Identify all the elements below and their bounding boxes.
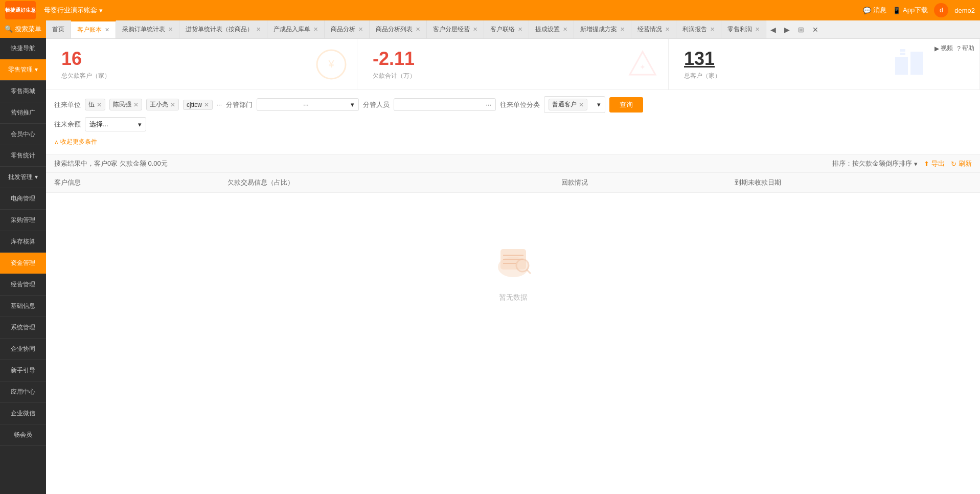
user-avatar[interactable]: d (934, 3, 948, 17)
tab-inbound-close[interactable]: ✕ (256, 26, 261, 33)
tab-new-commission[interactable]: 新增提成方案 ✕ (574, 20, 631, 39)
filter-more-tags[interactable]: ··· (217, 101, 222, 108)
tab-operations-close[interactable]: ✕ (665, 26, 670, 33)
top-bar-right: 💬 消息 📱 App下载 d demo2 (863, 3, 975, 17)
tab-product-analysis[interactable]: 商品分析 ✕ (325, 20, 370, 39)
sidebar: 🔍 搜索菜单 快捷导航 零售管理 ▾ 零售商城 营销推广 会员中心 零售统计 (0, 20, 46, 494)
sidebar-item-wholesale[interactable]: 批发管理 ▾ (0, 167, 46, 188)
filter-tag-cjttcw-close[interactable]: ✕ (204, 101, 209, 108)
stat-debtors-text: 16 总欠款客户（家） (61, 48, 110, 80)
refresh-label: 刷新 (959, 159, 972, 168)
query-button[interactable]: 查询 (609, 97, 643, 113)
sidebar-item-collab[interactable]: 企业协同 (0, 339, 46, 360)
sidebar-search[interactable]: 🔍 搜索菜单 (0, 20, 46, 38)
sidebar-item-ecommerce[interactable]: 电商管理 (0, 188, 46, 210)
tab-customer-contact-close[interactable]: ✕ (518, 26, 522, 33)
filter-remainder-value: 选择... (89, 120, 108, 129)
sidebar-item-finance[interactable]: 资金管理 (0, 253, 46, 274)
sidebar-item-purchase[interactable]: 采购管理 (0, 210, 46, 231)
sort-selector[interactable]: 排序：按欠款金额倒序排序 ▾ (832, 159, 918, 168)
tab-customer-tier[interactable]: 客户分层经营 ✕ (427, 20, 484, 39)
sidebar-item-vip[interactable]: 畅会员 (0, 424, 46, 446)
filter-person-select[interactable]: ··· (394, 98, 496, 111)
svg-rect-9 (903, 53, 905, 55)
sidebar-item-quicknav[interactable]: 快捷导航 (0, 38, 46, 59)
sidebar-collab-label: 企业协同 (11, 345, 35, 352)
filter-tag-chen-close[interactable]: ✕ (133, 101, 139, 108)
sidebar-item-basic[interactable]: 基础信息 (0, 296, 46, 317)
tab-profit-report-close[interactable]: ✕ (710, 26, 715, 33)
tab-retail-profit[interactable]: 零售利润 ✕ (721, 20, 766, 39)
sidebar-item-wechat[interactable]: 企业微信 (0, 403, 46, 424)
sidebar-quicknav-label: 快捷导航 (11, 44, 35, 52)
filter-area: 往来单位 伍 ✕ 陈民强 ✕ 王小亮 ✕ (46, 90, 980, 155)
chevron-down-icon: ▾ (351, 101, 354, 108)
tab-customer-ledger-close[interactable]: ✕ (105, 27, 109, 33)
filter-row-2: 往来余额 选择... ▾ (54, 117, 972, 131)
stat-customers-value: 131 (684, 48, 721, 70)
tab-purchase-order-stats-label: 采购订单统计表 (122, 25, 165, 34)
refresh-button[interactable]: ↻ 刷新 (951, 159, 972, 168)
tab-purchase-order-close[interactable]: ✕ (168, 26, 173, 33)
sidebar-item-inventory[interactable]: 库存核算 (0, 231, 46, 253)
collapse-button[interactable]: ∧ 收起更多条件 (54, 138, 972, 146)
tab-home[interactable]: 首页 (46, 20, 71, 39)
message-icon: 💬 (863, 7, 871, 14)
sidebar-item-marketing[interactable]: 营销推广 (0, 102, 46, 124)
filter-tag-cjttcw[interactable]: cjttcw ✕ (183, 100, 213, 110)
tab-production-inbound[interactable]: 产成品入库单 ✕ (267, 20, 325, 39)
tab-next-btn[interactable]: ▶ (780, 26, 794, 34)
sidebar-item-retail[interactable]: 零售管理 ▾ (0, 59, 46, 81)
message-label: 消息 (873, 6, 886, 15)
tab-new-commission-close[interactable]: ✕ (620, 26, 625, 33)
tab-production-close[interactable]: ✕ (313, 26, 318, 33)
sidebar-item-appcenter[interactable]: 应用中心 (0, 381, 46, 403)
help-link[interactable]: ? 帮助 (957, 44, 974, 53)
tab-customer-ledger[interactable]: 客户账本 ✕ (71, 20, 116, 39)
sidebar-item-newbie[interactable]: 新手引导 (0, 360, 46, 381)
stat-customers-label: 总客户（家） (684, 72, 721, 80)
sidebar-item-retail-stats[interactable]: 零售统计 (0, 145, 46, 167)
tab-close-all-btn[interactable]: ✕ (808, 26, 823, 34)
company-selector[interactable]: 母婴行业演示账套 ▾ (40, 4, 107, 17)
filter-remainder-select[interactable]: 选择... ▾ (85, 117, 146, 131)
tab-profit-report[interactable]: 利润报告 ✕ (676, 20, 721, 39)
filter-tag-wu-close[interactable]: ✕ (97, 101, 102, 108)
sidebar-item-operations[interactable]: 经营管理 (0, 274, 46, 296)
filter-dept-select[interactable]: ··· ▾ (257, 98, 359, 111)
tab-production-inbound-label: 产成品入库单 (274, 25, 310, 34)
tab-commission-settings[interactable]: 提成设置 ✕ (529, 20, 574, 39)
tab-inbound-stats[interactable]: 进货单统计表（按商品） ✕ (179, 20, 267, 39)
tab-product-analysis-list[interactable]: 商品分析列表 ✕ (370, 20, 427, 39)
tab-operations[interactable]: 经营情况 ✕ (631, 20, 676, 39)
app-logo: 畅捷通好生意 (5, 1, 36, 19)
filter-unit-type-tag-text: 普通客户 (552, 100, 577, 109)
filter-unit-type-select[interactable]: 普通客户 ✕ ▾ (544, 96, 605, 113)
empty-text: 暂无数据 (499, 293, 528, 302)
message-btn[interactable]: 💬 消息 (863, 6, 886, 15)
download-btn[interactable]: 📱 App下载 (893, 6, 928, 15)
filter-tag-wu[interactable]: 伍 ✕ (85, 99, 105, 110)
sidebar-newbie-label: 新手引导 (11, 367, 35, 374)
sidebar-item-system[interactable]: 系统管理 (0, 317, 46, 339)
tab-purchase-order-stats[interactable]: 采购订单统计表 ✕ (116, 20, 179, 39)
tab-retail-profit-close[interactable]: ✕ (755, 26, 760, 33)
sidebar-item-retailmall[interactable]: 零售商城 (0, 81, 46, 102)
tab-menu-btn[interactable]: ⊞ (794, 26, 808, 34)
tab-prev-btn[interactable]: ◀ (766, 26, 780, 34)
tab-commission-close[interactable]: ✕ (563, 26, 567, 33)
chevron-down-icon-2: ▾ (597, 101, 601, 108)
tab-product-list-close[interactable]: ✕ (416, 26, 420, 33)
svg-rect-6 (900, 49, 903, 52)
filter-tag-wang-close[interactable]: ✕ (170, 101, 175, 108)
sidebar-item-members[interactable]: 会员中心 (0, 124, 46, 145)
video-link[interactable]: ▶ 视频 (935, 44, 953, 53)
filter-tag-chen[interactable]: 陈民强 ✕ (109, 99, 142, 110)
filter-unit-type-tag[interactable]: 普通客户 ✕ (549, 99, 587, 110)
tab-product-analysis-close[interactable]: ✕ (358, 26, 363, 33)
export-button[interactable]: ⬆ 导出 (924, 159, 945, 168)
filter-tag-wang[interactable]: 王小亮 ✕ (146, 99, 179, 110)
tab-customer-tier-close[interactable]: ✕ (473, 26, 477, 33)
filter-unit-type-tag-close[interactable]: ✕ (579, 101, 584, 108)
tab-customer-contact[interactable]: 客户联络 ✕ (484, 20, 529, 39)
